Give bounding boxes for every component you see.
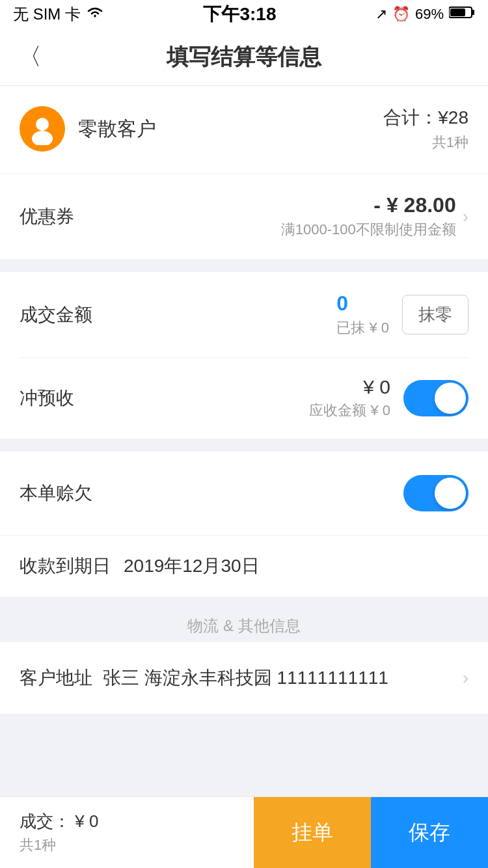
credit-toggle[interactable] [403, 475, 468, 511]
address-value: 张三 海淀永丰科技园 11111111111 [103, 666, 452, 690]
alarm-icon: ⏰ [392, 6, 410, 23]
svg-rect-1 [472, 10, 474, 15]
battery-text: 69% [415, 6, 444, 23]
prepay-sub: 应收金额 ¥ 0 [309, 401, 390, 420]
address-chevron-icon: › [463, 668, 468, 688]
page-title: 填写结算等信息 [167, 42, 321, 72]
svg-point-3 [36, 118, 49, 131]
status-time: 下午3:18 [203, 2, 276, 27]
sim-text: 无 SIM 卡 [13, 4, 81, 25]
bottom-actions: 挂单 保存 [254, 797, 488, 868]
avatar [20, 106, 65, 152]
coupon-desc: 满1000-100不限制使用金额 [281, 220, 456, 239]
customer-section: 零散客户 合计：¥28 共1种 优惠券 - ¥ 28.00 满1000-100不… [0, 86, 488, 259]
back-button[interactable]: 〈 [18, 41, 42, 73]
credit-label: 本单赊欠 [20, 481, 92, 506]
amount-value-group: 0 已抹 ¥ 0 [336, 292, 389, 338]
prepay-right: ¥ 0 应收金额 ¥ 0 [309, 376, 468, 420]
prepay-main: ¥ 0 [309, 376, 390, 398]
coupon-row[interactable]: 优惠券 - ¥ 28.00 满1000-100不限制使用金额 › [0, 173, 488, 259]
save-button[interactable]: 保存 [371, 797, 488, 868]
duedate-label: 收款到期日 [20, 554, 111, 578]
prepay-amounts: ¥ 0 应收金额 ¥ 0 [309, 376, 390, 420]
total-label: 合计：¥28 [383, 105, 468, 130]
coupon-info: - ¥ 28.00 满1000-100不限制使用金额 [281, 193, 456, 239]
prepay-toggle[interactable] [403, 380, 468, 416]
status-left: 无 SIM 卡 [13, 4, 104, 25]
credit-section: 本单赊欠 收款到期日 2019年12月30日 [0, 452, 488, 597]
battery-icon [449, 6, 475, 23]
customer-name: 零散客户 [78, 116, 156, 142]
amount-section: 成交金额 0 已抹 ¥ 0 抹零 冲预收 ¥ 0 应收金额 ¥ 0 [0, 272, 488, 439]
status-bar: 无 SIM 卡 下午3:18 ↗ ⏰ 69% [0, 0, 488, 29]
round-button[interactable]: 抹零 [402, 295, 468, 334]
customer-row: 零散客户 合计：¥28 共1种 [0, 86, 488, 172]
logistics-divider: 物流 & 其他信息 [0, 610, 488, 642]
amount-value: 0 [336, 292, 389, 316]
duedate-value: 2019年12月30日 [124, 554, 260, 578]
customer-left: 零散客户 [20, 106, 156, 152]
hang-button[interactable]: 挂单 [254, 797, 371, 868]
amount-label: 成交金额 [20, 303, 92, 327]
location-icon: ↗ [375, 6, 387, 23]
address-section: 客户地址 张三 海淀永丰科技园 11111111111 › [0, 642, 488, 714]
address-row[interactable]: 客户地址 张三 海淀永丰科技园 11111111111 › [0, 642, 488, 714]
status-right: ↗ ⏰ 69% [375, 6, 475, 23]
prepay-label: 冲预收 [20, 386, 74, 411]
amount-row: 成交金额 0 已抹 ¥ 0 抹零 [0, 272, 488, 357]
bottom-bar: 成交： ¥ 0 共1种 挂单 保存 [0, 796, 488, 868]
coupon-amount: - ¥ 28.00 [281, 193, 456, 217]
amount-right: 0 已抹 ¥ 0 抹零 [336, 292, 468, 338]
duedate-row: 收款到期日 2019年12月30日 [0, 535, 488, 597]
amount-sub: 已抹 ¥ 0 [336, 318, 389, 338]
chevron-right-icon: › [463, 206, 468, 227]
prepay-row: 冲预收 ¥ 0 应收金额 ¥ 0 [0, 358, 488, 439]
coupon-label: 优惠券 [20, 204, 74, 229]
svg-rect-2 [450, 8, 465, 16]
customer-right: 合计：¥28 共1种 [383, 105, 468, 152]
logistics-text: 物流 & 其他信息 [187, 616, 300, 636]
address-label: 客户地址 [20, 666, 92, 690]
content: 零散客户 合计：¥28 共1种 优惠券 - ¥ 28.00 满1000-100不… [0, 86, 488, 805]
total-count: 共1种 [383, 133, 468, 152]
nav-bar: 〈 填写结算等信息 [0, 29, 488, 86]
coupon-right: - ¥ 28.00 满1000-100不限制使用金额 › [281, 193, 468, 239]
svg-point-4 [32, 131, 53, 145]
bottom-info: 成交： ¥ 0 共1种 [0, 810, 254, 855]
credit-row: 本单赊欠 [0, 452, 488, 535]
bottom-deal: 成交： ¥ 0 [20, 810, 234, 833]
bottom-count: 共1种 [20, 835, 234, 855]
wifi-icon [86, 6, 104, 23]
